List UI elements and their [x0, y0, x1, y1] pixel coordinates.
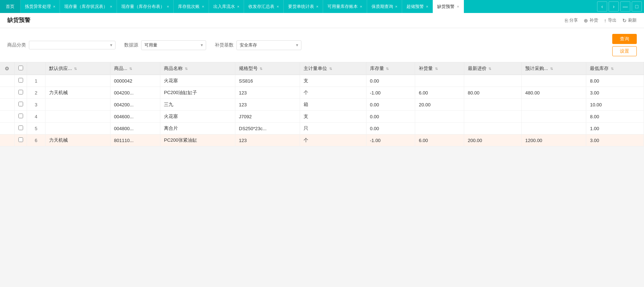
tab-pickers-exception[interactable]: 拣货异常处理 × — [21, 0, 60, 13]
col-label: 规格型号 — [239, 66, 258, 71]
cell-stock: 0.00 — [366, 99, 415, 111]
col-label: 商品... — [114, 66, 127, 71]
row-checkbox[interactable] — [18, 125, 23, 130]
cell-unit: 箱 — [300, 99, 366, 111]
close-icon[interactable]: × — [110, 4, 112, 9]
col-label: 最新进价 — [468, 66, 487, 71]
sort-icon: ⇅ — [129, 67, 132, 71]
tab-label: 保质期查询 — [371, 4, 393, 10]
select-all-checkbox[interactable] — [18, 66, 23, 70]
col-header-latest-price[interactable]: 最新进价 ⇅ — [464, 62, 521, 75]
refresh-button[interactable]: ↻ 刷新 — [622, 17, 637, 23]
row-settings-cell — [0, 87, 14, 99]
cell-unit: 只 — [300, 123, 366, 134]
share-label: 分享 — [569, 17, 578, 23]
col-header-supplier[interactable]: 默认供应... ⇅ — [45, 62, 110, 75]
minimize-button[interactable]: — — [620, 1, 630, 12]
category-filter-group: 商品分类 ▾ — [7, 41, 116, 49]
tab-order-stats[interactable]: 要货单统计表 × — [284, 0, 323, 13]
col-label: 最低库存 — [590, 66, 609, 71]
tab-shortage-warning[interactable]: 缺货预警 × — [433, 0, 464, 13]
table-row: 6 力天机械 801110... PC200张紧油缸 123 个 -1.00 6… — [0, 134, 644, 146]
row-checkbox-cell[interactable] — [14, 99, 27, 111]
cell-product-code: 004800... — [110, 123, 160, 134]
row-checkbox[interactable] — [18, 137, 23, 142]
row-checkbox-cell[interactable] — [14, 123, 27, 134]
close-icon[interactable]: × — [202, 4, 204, 9]
tab-label: 缺货预警 — [437, 4, 454, 10]
export-button[interactable]: ↑ 导出 — [604, 17, 617, 23]
row-number: 3 — [27, 99, 45, 111]
col-header-unit[interactable]: 主计量单位 ⇅ — [300, 62, 366, 75]
cell-supplier — [45, 111, 110, 123]
col-header-product-name[interactable]: 商品名称 ⇅ — [160, 62, 235, 75]
close-icon[interactable]: × — [167, 4, 169, 9]
table-row: 3 004200... 三九 123 箱 0.00 20.00 10.00 — [0, 99, 644, 111]
cell-replenish-qty — [415, 111, 464, 123]
tab-current-stock-distribution[interactable]: 现存量（库存分布表） × — [117, 0, 174, 13]
row-checkbox[interactable] — [18, 78, 23, 83]
close-icon[interactable]: × — [237, 4, 239, 9]
share-icon: ⎘ — [565, 18, 568, 23]
cell-supplier — [45, 75, 110, 87]
home-tab[interactable]: 首页 — [0, 0, 21, 13]
col-header-min-stock[interactable]: 最低库存 ⇅ — [586, 62, 644, 75]
tab-available-ledger[interactable]: 可用量库存账本 × — [323, 0, 367, 13]
row-checkbox-cell[interactable] — [14, 134, 27, 146]
col-header-estimated-purchase[interactable]: 预计采购... ⇅ — [522, 62, 586, 75]
query-button[interactable]: 查询 — [612, 34, 637, 44]
tab-receipt-summary[interactable]: 收发存汇总表 × — [244, 0, 283, 13]
row-checkbox[interactable] — [18, 114, 23, 118]
close-icon[interactable]: × — [53, 4, 55, 9]
cell-supplier — [45, 99, 110, 111]
cell-estimated-purchase: 1200.00 — [522, 134, 586, 146]
col-header-spec[interactable]: 规格型号 ⇅ — [235, 62, 300, 75]
replenish-base-select[interactable]: 安全库存 ▾ — [236, 40, 301, 50]
datasource-select[interactable]: 可用量 ▾ — [141, 40, 206, 50]
category-select[interactable]: ▾ — [29, 41, 116, 49]
close-icon[interactable]: × — [457, 4, 459, 9]
cell-replenish-qty: 6.00 — [415, 134, 464, 146]
close-icon[interactable]: × — [316, 4, 318, 9]
next-tab-button[interactable]: › — [609, 1, 619, 12]
tab-inout-flow[interactable]: 出入库流水 × — [209, 0, 244, 13]
cell-min-stock: 3.00 — [586, 87, 644, 99]
replenish-label: 补货 — [589, 17, 598, 23]
cell-estimated-purchase — [522, 111, 586, 123]
settings-button[interactable]: 设置 — [612, 46, 637, 56]
share-button[interactable]: ⎘ 分享 — [565, 17, 578, 23]
cell-latest-price — [464, 111, 521, 123]
close-icon[interactable]: × — [360, 4, 362, 9]
tab-current-stock-status[interactable]: 现存量（库存状况表） × — [60, 0, 117, 13]
tab-batch-account[interactable]: 库存批次账 × — [174, 0, 209, 13]
row-checkbox[interactable] — [18, 102, 23, 106]
replenish-button[interactable]: ⊕ 补货 — [584, 17, 598, 23]
row-checkbox[interactable] — [18, 90, 23, 94]
cell-product-code: 004600... — [110, 111, 160, 123]
tab-label: 收发存汇总表 — [248, 4, 274, 10]
cell-estimated-purchase — [522, 75, 586, 87]
row-checkbox-cell[interactable] — [14, 87, 27, 99]
replenish-icon: ⊕ — [584, 18, 588, 23]
row-checkbox-cell[interactable] — [14, 111, 27, 123]
prev-tab-button[interactable]: ‹ — [597, 1, 607, 12]
cell-product-name: 三九 — [160, 99, 235, 111]
tab-overstock-warning[interactable]: 超储预警 × — [402, 0, 433, 13]
col-header-product-code[interactable]: 商品... ⇅ — [110, 62, 160, 75]
filter-area: 商品分类 ▾ 数据源 可用量 ▾ 补货基数 安全库存 ▾ 查询 设置 — [0, 28, 644, 62]
row-checkbox-cell[interactable] — [14, 75, 27, 87]
close-icon[interactable]: × — [426, 4, 428, 9]
chevron-down-icon: ▾ — [110, 43, 112, 48]
maximize-button[interactable]: □ — [632, 1, 642, 12]
col-header-checkbox[interactable] — [14, 62, 27, 75]
col-header-replenish-qty[interactable]: 补货量 ⇅ — [415, 62, 464, 75]
col-label: 默认供应... — [49, 66, 72, 71]
col-header-stock[interactable]: 库存量 ⇅ — [366, 62, 415, 75]
cell-product-code: 801110... — [110, 134, 160, 146]
tab-expiry-query[interactable]: 保质期查询 × — [367, 0, 402, 13]
close-icon[interactable]: × — [277, 4, 279, 9]
col-header-rownum — [27, 62, 45, 75]
gear-icon[interactable]: ⚙ — [4, 66, 11, 71]
close-icon[interactable]: × — [395, 4, 397, 9]
col-header-settings[interactable]: ⚙ — [0, 62, 14, 75]
